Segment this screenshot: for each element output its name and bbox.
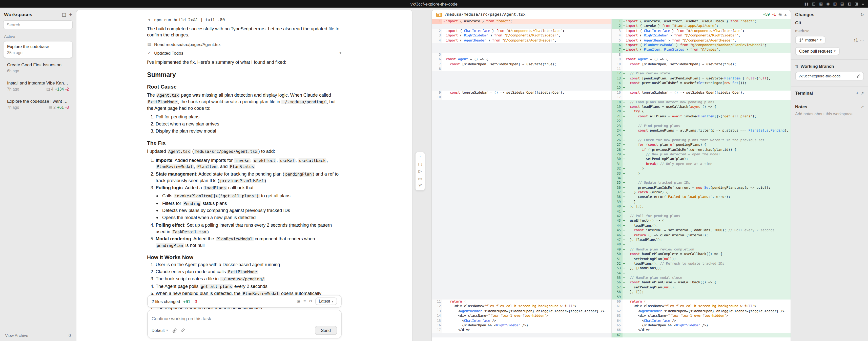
expand-icon[interactable]: ↗ [861, 91, 864, 95]
git-section-header: Git [795, 19, 864, 27]
grid-icon[interactable]: ▦ [819, 2, 823, 6]
copy-icon[interactable]: ▢ [418, 162, 422, 166]
text-segment: Detect when a new plan arrives [156, 122, 219, 127]
diff-row: 6+import { PlanReviewModal } from "@/com… [432, 43, 790, 48]
workspace-item[interactable]: Explore the codebase I want you to ex...… [3, 96, 73, 113]
chevron-down-icon[interactable]: ▾ [339, 51, 341, 55]
branch-selector[interactable]: master ▾ [795, 36, 826, 44]
diff-marker: + [622, 157, 626, 162]
code-line [446, 185, 611, 190]
menu-icon[interactable]: ≡ [862, 2, 864, 6]
collapse-icon[interactable]: ▴ [784, 12, 786, 17]
inline-code: ExitPlanMode [227, 270, 258, 274]
pencil-icon[interactable] [857, 74, 860, 78]
diff-right-context: 65 {sidebarOpen && <RightSidebar />} [611, 323, 790, 328]
diff-marker: + [622, 124, 626, 128]
monitor-icon[interactable]: ▭ [418, 176, 422, 181]
list-item: Claude enters plan mode and calls ExitPl… [156, 269, 341, 275]
inline-code: previousPlanIdsRef [219, 179, 265, 183]
diff-body[interactable]: 1-import { useState } from "react";1+imp… [432, 19, 790, 341]
code-line: setPendingPlan(null); [626, 285, 790, 290]
code-line [626, 133, 790, 138]
diff-right-added: 13+ const [pendingPlan, setPendingPlan] … [611, 76, 790, 81]
diff-marker [442, 233, 446, 238]
diff-marker [442, 67, 446, 71]
diff-row: 38+ console.error('Failed to load plans:… [432, 195, 790, 200]
line-number: 17 [432, 328, 442, 333]
diff-right-added: 20+ try { [611, 110, 790, 114]
notes-placeholder[interactable]: Add notes about this workspace... [795, 111, 864, 116]
latest-dropdown[interactable]: Latest ▾ [315, 298, 337, 305]
diff-row: 4import { AgentHeader } from "@/componen… [432, 38, 790, 43]
code-line: return ( [446, 300, 611, 304]
code-line [626, 333, 790, 338]
list-item: State management: Added state for tracki… [156, 171, 341, 184]
diff-marker [442, 271, 446, 276]
attach-icon[interactable] [172, 328, 176, 333]
sidebar-left-icon[interactable]: ◧ [847, 2, 851, 6]
view-archive-link[interactable]: View Archive [5, 333, 28, 338]
more-icon[interactable]: ··· [860, 38, 864, 42]
drag-handle-icon[interactable]: ⋮ [418, 154, 422, 159]
eye-icon[interactable]: ◉ [297, 299, 300, 304]
eye-icon[interactable]: ◉ [778, 12, 782, 17]
pause-icon[interactable]: ▮▮ [804, 2, 809, 6]
search-input[interactable] [3, 20, 73, 29]
tool-call-row[interactable]: ✓Updated Todos▾ [147, 51, 341, 56]
line-number: 23 [612, 124, 622, 128]
message-input[interactable] [152, 316, 337, 326]
line-number [432, 148, 442, 152]
line-number [432, 257, 442, 261]
line-number: 62 [612, 309, 622, 314]
workspace-meta: 7h ago▤ 4+134-2 [7, 87, 69, 92]
diff-row: 23+ // Find pending plans [432, 124, 790, 128]
code-line [446, 76, 611, 81]
working-branch-field[interactable]: vk/3ccf-explore-the-code [795, 72, 864, 81]
diff-left-empty [432, 233, 611, 238]
diff-marker [622, 57, 626, 62]
workspace-title: Explore the codebase I want you to ex... [7, 99, 69, 104]
send-button[interactable]: Send [315, 326, 337, 335]
new-terminal-icon[interactable]: + [856, 91, 858, 95]
code-line: previousPlanIdsRef.current = new Set(pen… [626, 185, 790, 190]
diff-marker [442, 309, 446, 314]
line-number [432, 100, 442, 105]
layout-rows-icon[interactable]: ▤ [840, 2, 844, 6]
code-line: } catch (error) { [626, 190, 790, 195]
refresh-icon[interactable]: ↻ [861, 12, 864, 17]
layout-columns-icon[interactable]: ▥ [833, 2, 837, 6]
pr-row: Open pull request ▾ [795, 45, 864, 57]
diff-left-empty [432, 105, 611, 110]
mode-dropdown[interactable]: Default ▾ [152, 328, 168, 333]
diff-row: 43+ useEffect(() => { [432, 219, 790, 224]
refresh-icon[interactable]: ↻ [309, 299, 312, 304]
diff-marker [442, 328, 446, 333]
workspace-item[interactable]: Explore the codebase35m ago [3, 41, 73, 58]
text-segment: I updated [147, 149, 167, 154]
workspace-item[interactable]: Create Good First Issues on Github So...… [3, 59, 73, 76]
workspace-item[interactable]: Install and integrate Vibe Kanban Web...… [3, 78, 73, 95]
panel-icon[interactable]: ◫ [62, 12, 66, 17]
tool-call-row[interactable]: ▾npm run build 2>&1 | tail -80 [147, 18, 341, 22]
expand-icon[interactable]: ↗ [861, 104, 864, 109]
line-number [432, 271, 442, 276]
add-workspace-icon[interactable]: + [69, 12, 72, 17]
tool-call-row[interactable]: ▤Read medusa/src/pages/Agent.tsx [147, 42, 341, 47]
list-icon[interactable]: ≡ [303, 299, 306, 304]
git-branch-icon[interactable]: ϒ [418, 184, 422, 188]
diff-left-empty [432, 119, 611, 124]
pen-icon[interactable] [180, 328, 184, 332]
code-line [446, 224, 611, 228]
screenshot-icon[interactable]: ◫ [812, 2, 816, 6]
diff-marker: + [622, 285, 626, 290]
record-icon[interactable]: ◉ [826, 2, 830, 6]
diff-row: 47+ }, [loadPlans]); [432, 238, 790, 243]
open-pr-button[interactable]: Open pull request ▾ [795, 47, 840, 55]
diff-row: 20+ try { [432, 110, 790, 114]
chat-scroll-area[interactable]: ▾npm run build 2>&1 | tail -80The build … [76, 10, 412, 310]
sidebar-right-icon[interactable]: ◨ [855, 2, 858, 6]
diff-row: 67+ [432, 333, 790, 338]
diff-left-empty [432, 86, 611, 91]
titlebar: vk/3ccf-explore-the-code ▮▮◫▦◉▥▤◧◨≡ [0, 0, 868, 8]
play-icon[interactable]: ▷ [418, 169, 422, 173]
